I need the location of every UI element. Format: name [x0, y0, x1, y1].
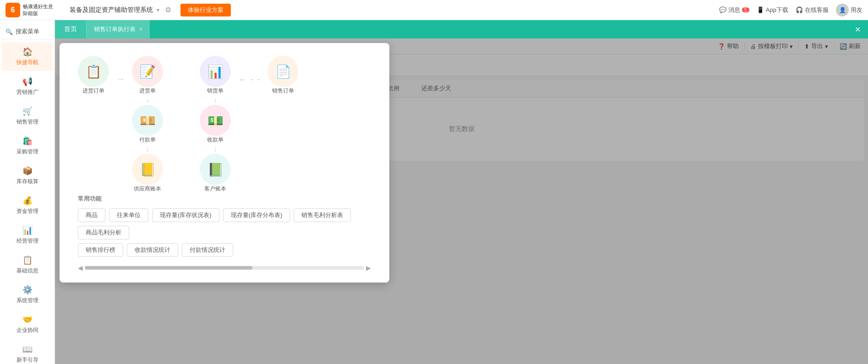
sales-bill-icon[interactable]: 📊 [200, 56, 231, 87]
message-btn[interactable]: 💬 消息 5 [719, 6, 749, 14]
func-buttons-row1: 商品 往来单位 现存量(库存状况表) 现存量(库存分布表) 销售毛利分析表 商品… [78, 208, 371, 239]
purchase-order-label: 进货订单 [82, 87, 104, 95]
system-title-area: 装备及固定资产辅助管理系统 ▾ ⚙ 体验行业方案 [60, 4, 719, 16]
sales-order-label: 销售订单 [272, 87, 294, 95]
online-service-btn[interactable]: 🎧 在线客服 [796, 6, 829, 14]
sidebar-item-inventory[interactable]: 📦 库存核算 [2, 161, 53, 190]
flow-row1: 📋 进货订单 → 📝 进货单 [78, 56, 371, 95]
gear-icon[interactable]: ⚙ [165, 5, 171, 14]
down-arrow-supplier: ↓ [132, 144, 163, 154]
purchase-icon: 🛍️ [22, 136, 33, 146]
receipt-bill-icon[interactable]: 💵 [200, 105, 231, 136]
search-menu[interactable]: 🔍 搜索菜单 [0, 24, 55, 40]
sidebar-item-basic[interactable]: 📋 基础信息 [2, 250, 53, 279]
inventory-icon: 📦 [22, 166, 33, 176]
dashed-arrow: ← - - [231, 66, 267, 85]
sales-order-node: 📄 销售订单 [267, 56, 299, 95]
try-button[interactable]: 体验行业方案 [180, 4, 231, 16]
payment-bill-icon[interactable]: 💴 [132, 105, 163, 136]
scroll-area: ◀ ▶ [78, 264, 371, 272]
down-arrow-payment: ↓ [132, 95, 163, 105]
func-btn-payment-stats[interactable]: 付款情况统计 [182, 243, 233, 257]
customer-ledger-node: 📗 客户账本 [200, 154, 231, 193]
sidebar-item-marketing[interactable]: 📢 营销推广 [2, 72, 53, 101]
purchase-bill-label: 进货单 [139, 87, 156, 95]
app-download-btn[interactable]: 📱 App下载 [757, 6, 788, 14]
purchase-order-node: 📋 进货订单 [78, 56, 109, 95]
sales-bill-node: 📊 销货单 [200, 56, 231, 95]
main-layout: 🔍 搜索菜单 🏠 快捷导航 📢 营销推广 🛒 销售管理 🛍️ 采购管理 📦 库存… [0, 20, 868, 364]
logo-text: 畅康通好生意 际能版 [23, 3, 53, 16]
flow-row3: 💴 付款单 💵 收款单 [78, 105, 371, 144]
func-btn-partner[interactable]: 往来单位 [109, 208, 148, 222]
purchase-bill-node: 📝 进货单 [132, 56, 163, 95]
flow-row5: 📒 供应商账本 📗 客户账本 [78, 154, 371, 193]
supplier-ledger-icon[interactable]: 📒 [132, 154, 163, 185]
func-btn-sales-gross[interactable]: 销售毛利分析表 [294, 208, 351, 222]
sidebar-item-enterprise[interactable]: 🤝 企业协同 [2, 310, 53, 339]
sidebar: 🔍 搜索菜单 🏠 快捷导航 📢 营销推广 🛒 销售管理 🛍️ 采购管理 📦 库存… [0, 20, 55, 364]
logo-icon: 6 [5, 3, 20, 17]
customer-ledger-icon[interactable]: 📗 [200, 154, 231, 185]
purchase-order-icon[interactable]: 📋 [78, 56, 109, 87]
scroll-thumb [85, 266, 252, 270]
flow-row4: ↓ ↓ [78, 144, 371, 154]
scroll-right-icon[interactable]: ▶ [366, 264, 371, 272]
avatar: 👤 [836, 4, 849, 16]
flow-diagram: 📋 进货订单 → 📝 进货单 [78, 56, 371, 193]
search-icon: 🔍 [5, 28, 13, 35]
receipt-bill-label: 收款单 [207, 136, 224, 144]
sidebar-item-purchase[interactable]: 🛍️ 采购管理 [2, 131, 53, 160]
message-badge: 5 [742, 7, 749, 12]
basic-icon: 📋 [22, 255, 33, 265]
tab-home[interactable]: 首页 [55, 20, 86, 38]
func-buttons-row2: 销售排行榜 收款情况统计 付款情况统计 [78, 243, 371, 257]
receipt-bill-node: 💵 收款单 [200, 105, 231, 144]
common-functions: 常用功能 商品 往来单位 现存量(库存状况表) 现存量(库存分布表) 销售毛利分… [78, 195, 371, 257]
tab-sales-order-execution[interactable]: 销售订单执行表 × [86, 20, 150, 38]
logo-area: 6 畅康通好生意 际能版 [5, 3, 60, 17]
top-right: 💬 消息 5 📱 App下载 🎧 在线客服 👤 用友 [719, 4, 863, 16]
supplier-ledger-label: 供应商账本 [134, 185, 161, 193]
common-title: 常用功能 [78, 195, 371, 203]
page-content: ❓ 帮助 🖨 按模板打印 ▾ ⬆ 导出 ▾ 🔄 刷新 [55, 38, 868, 364]
quick-nav-icon: 🏠 [22, 47, 33, 57]
flow-modal: 📋 进货订单 → 📝 进货单 [60, 43, 389, 283]
supplier-ledger-node: 📒 供应商账本 [132, 154, 163, 193]
system-icon: ⚙️ [22, 285, 33, 295]
operation-icon: 📊 [22, 225, 33, 235]
func-btn-product[interactable]: 商品 [78, 208, 105, 222]
tab-bar: 首页 销售订单执行表 × ✕ [55, 20, 868, 38]
user-area[interactable]: 👤 用友 [836, 4, 863, 16]
sidebar-item-system[interactable]: ⚙️ 系统管理 [2, 280, 53, 309]
content-area: 首页 销售订单执行表 × ✕ ❓ 帮助 🖨 按模板打印 ▾ [55, 20, 868, 364]
sidebar-item-finance[interactable]: 💰 资金管理 [2, 191, 53, 220]
app-icon: 📱 [757, 6, 764, 13]
modal-overlay: 📋 进货订单 → 📝 进货单 [55, 38, 868, 364]
service-icon: 🎧 [796, 6, 803, 13]
sidebar-item-sales[interactable]: 🛒 销售管理 [2, 102, 53, 130]
func-btn-sales-ranking[interactable]: 销售排行榜 [78, 243, 123, 257]
top-bar: 6 畅康通好生意 际能版 装备及固定资产辅助管理系统 ▾ ⚙ 体验行业方案 💬 … [0, 0, 868, 20]
payment-bill-node: 💴 付款单 [132, 105, 163, 144]
newbie-icon: 📖 [22, 344, 33, 354]
message-icon: 💬 [719, 6, 726, 13]
func-btn-receipt-stats[interactable]: 收款情况统计 [127, 243, 178, 257]
tab-close-icon[interactable]: × [139, 26, 142, 33]
scroll-left-icon[interactable]: ◀ [78, 264, 83, 272]
sidebar-item-quick-nav[interactable]: 🏠 快捷导航 [2, 42, 53, 71]
marketing-icon: 📢 [22, 76, 33, 87]
sidebar-item-newbie[interactable]: 📖 新手引导 [2, 340, 53, 364]
func-btn-product-gross[interactable]: 商品毛利分析 [78, 226, 129, 239]
down-arrow-receipt: ↓ [200, 95, 231, 105]
func-btn-inventory-dist[interactable]: 现存量(库存分布表) [223, 208, 290, 222]
scroll-track[interactable] [85, 266, 364, 270]
tab-bar-close-btn[interactable]: ✕ [847, 20, 868, 38]
down-arrow-customer: ↓ [200, 144, 231, 154]
enterprise-icon: 🤝 [22, 315, 33, 325]
sidebar-item-operation[interactable]: 📊 经营管理 [2, 221, 53, 250]
purchase-bill-icon[interactable]: 📝 [132, 56, 163, 87]
func-btn-inventory-status[interactable]: 现存量(库存状况表) [152, 208, 219, 222]
dropdown-icon[interactable]: ▾ [157, 7, 159, 13]
sales-order-icon[interactable]: 📄 [267, 56, 299, 87]
